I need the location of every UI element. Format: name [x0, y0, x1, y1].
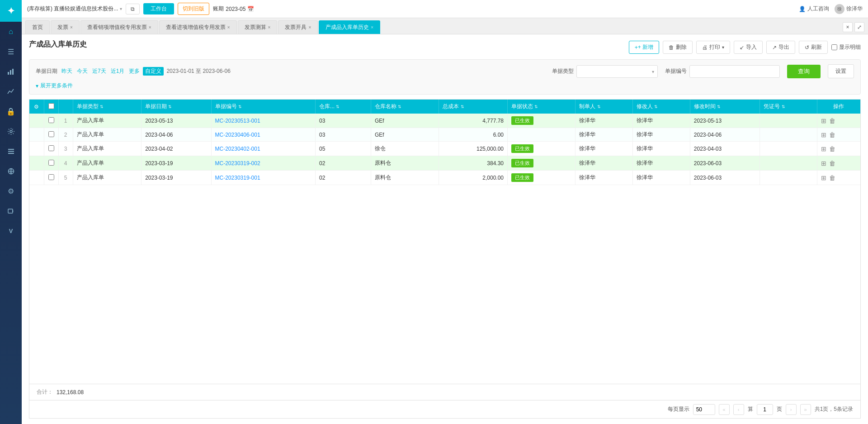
view-action-icon[interactable]: ⊞: [821, 131, 826, 138]
sidebar-item-settings2[interactable]: ⚙: [0, 181, 22, 201]
tab-close-invoice[interactable]: ×: [70, 25, 73, 30]
number-link[interactable]: MC-20230513-001: [215, 118, 260, 124]
type-select[interactable]: [576, 65, 658, 78]
tab-close-vat-input[interactable]: ×: [227, 25, 230, 30]
company-selector[interactable]: (库存核算) 直播轻娱通信息技术股份... ▾: [27, 5, 122, 13]
show-detail-checkbox[interactable]: 显示明细: [831, 43, 861, 51]
shortcut-7days[interactable]: 近7天: [91, 67, 108, 76]
tab-invoice-calc[interactable]: 发票测算 ×: [238, 20, 278, 34]
shortcut-yesterday[interactable]: 昨天: [60, 67, 74, 76]
sidebar-item-analytics[interactable]: [0, 81, 22, 101]
app-logo[interactable]: ✦: [0, 0, 22, 22]
tab-close-vat-output[interactable]: ×: [149, 25, 151, 30]
number-link[interactable]: MC-20230319-001: [215, 175, 260, 181]
sidebar-item-home[interactable]: ⌂: [0, 22, 22, 42]
sidebar-item-lock[interactable]: 🔒: [0, 101, 22, 121]
number-input[interactable]: [689, 65, 780, 78]
th-number[interactable]: 单据编号 ⇅: [211, 100, 316, 114]
th-creator[interactable]: 制单人 ⇅: [576, 100, 633, 114]
td-number[interactable]: MC-20230319-002: [211, 156, 316, 171]
th-settings[interactable]: ⚙: [29, 100, 44, 114]
next-page-button[interactable]: ›: [786, 404, 797, 415]
copy-button[interactable]: ⧉: [126, 4, 140, 14]
th-voucher[interactable]: 凭证号 ⇅: [760, 100, 817, 114]
sidebar-item-docs[interactable]: ☰: [0, 42, 22, 62]
delete-action-icon[interactable]: 🗑: [829, 131, 835, 138]
th-modify-time[interactable]: 修改时间 ⇅: [690, 100, 760, 114]
view-action-icon[interactable]: ⊞: [821, 160, 826, 167]
delete-action-icon[interactable]: 🗑: [829, 117, 835, 124]
tab-vat-input[interactable]: 查看进项增值税专用发票 ×: [159, 20, 237, 34]
td-number[interactable]: MC-20230319-001: [211, 171, 316, 185]
support-link[interactable]: 👤 人工咨询: [799, 5, 829, 13]
print-button[interactable]: 🖨 打印 ▾: [696, 41, 730, 54]
view-action-icon[interactable]: ⊞: [821, 174, 826, 181]
td-checkbox[interactable]: [44, 142, 58, 156]
th-checkbox[interactable]: [44, 100, 58, 114]
tab-close-invoice-calc[interactable]: ×: [268, 25, 271, 30]
tab-vat-output[interactable]: 查看销项增值税专用发票 ×: [80, 20, 158, 34]
shortcut-more[interactable]: 更多: [127, 67, 141, 76]
tab-close-product-inbound[interactable]: ×: [371, 25, 373, 30]
tab-home[interactable]: 首页: [25, 20, 50, 34]
th-warehouse-name[interactable]: 仓库名称 ⇅: [371, 100, 439, 114]
td-number[interactable]: MC-20230402-001: [211, 142, 316, 156]
expand-filter-button[interactable]: ▾ 展开更多条件: [36, 82, 73, 90]
export-button[interactable]: ↗ 导出: [766, 41, 795, 54]
sidebar-item-list[interactable]: [0, 141, 22, 161]
td-checkbox[interactable]: [44, 171, 58, 185]
tab-close-all-button[interactable]: ×: [843, 22, 853, 32]
tab-invoice[interactable]: 发票 ×: [51, 20, 80, 34]
view-action-icon[interactable]: ⊞: [821, 145, 826, 152]
show-detail-input[interactable]: [831, 44, 837, 50]
th-type[interactable]: 单据类型 ⇅: [73, 100, 142, 114]
delete-button[interactable]: 🗑 删除: [663, 41, 693, 54]
tab-close-invoice-open[interactable]: ×: [308, 25, 311, 30]
set-button[interactable]: 设置: [828, 64, 854, 78]
th-modifier[interactable]: 修改人 ⇅: [633, 100, 690, 114]
td-number[interactable]: MC-20230406-001: [211, 128, 316, 142]
td-type: 产品入库单: [73, 171, 142, 185]
td-checkbox[interactable]: [44, 114, 58, 128]
page-number-input[interactable]: [757, 404, 773, 415]
tab-maximize-button[interactable]: ⤢: [854, 22, 864, 32]
workbench-button[interactable]: 工作台: [143, 3, 174, 14]
th-status[interactable]: 单据状态 ⇅: [508, 100, 576, 114]
shortcut-1month[interactable]: 近1月: [109, 67, 126, 76]
prev-page-button[interactable]: ‹: [733, 404, 744, 415]
user-profile[interactable]: 徐 徐泽华: [835, 4, 863, 14]
number-link[interactable]: MC-20230406-001: [215, 132, 260, 138]
query-button[interactable]: 查询: [787, 65, 821, 78]
calendar-icon[interactable]: 📅: [247, 6, 254, 12]
delete-action-icon[interactable]: 🗑: [829, 160, 835, 167]
th-warehouse-code[interactable]: 仓库... ⇅: [316, 100, 371, 114]
select-all-checkbox[interactable]: [48, 103, 54, 109]
sidebar-item-api[interactable]: [0, 161, 22, 181]
first-page-button[interactable]: «: [719, 404, 730, 415]
import-button[interactable]: ↙ 导入: [734, 41, 763, 54]
add-button[interactable]: + + 新增: [629, 41, 659, 54]
view-action-icon[interactable]: ⊞: [821, 117, 826, 124]
th-total-cost[interactable]: 总成本 ⇅: [439, 100, 508, 114]
sidebar-item-version[interactable]: V: [0, 221, 22, 241]
refresh-button[interactable]: ↺ 刷新: [799, 41, 828, 54]
shortcut-custom[interactable]: 自定义: [143, 67, 164, 76]
sidebar-item-settings[interactable]: [0, 121, 22, 141]
td-creator: 徐泽华: [576, 128, 633, 142]
td-checkbox[interactable]: [44, 156, 58, 171]
sidebar-item-media[interactable]: [0, 201, 22, 221]
number-link[interactable]: MC-20230402-001: [215, 146, 260, 152]
last-page-button[interactable]: »: [800, 404, 811, 415]
delete-action-icon[interactable]: 🗑: [829, 174, 835, 181]
per-page-select[interactable]: 50 10 20 100: [693, 404, 715, 415]
tab-invoice-open[interactable]: 发票开具 ×: [278, 20, 318, 34]
sidebar-item-chart[interactable]: [0, 62, 22, 81]
shortcut-today[interactable]: 今天: [75, 67, 89, 76]
number-link[interactable]: MC-20230319-002: [215, 160, 260, 167]
th-date[interactable]: 单据日期 ⇅: [142, 100, 211, 114]
td-checkbox[interactable]: [44, 128, 58, 142]
delete-action-icon[interactable]: 🗑: [829, 145, 835, 152]
tab-product-inbound[interactable]: 产成品入库单历史 ×: [319, 20, 380, 34]
switch-old-button[interactable]: 切到旧版: [178, 3, 209, 15]
td-number[interactable]: MC-20230513-001: [211, 114, 316, 128]
